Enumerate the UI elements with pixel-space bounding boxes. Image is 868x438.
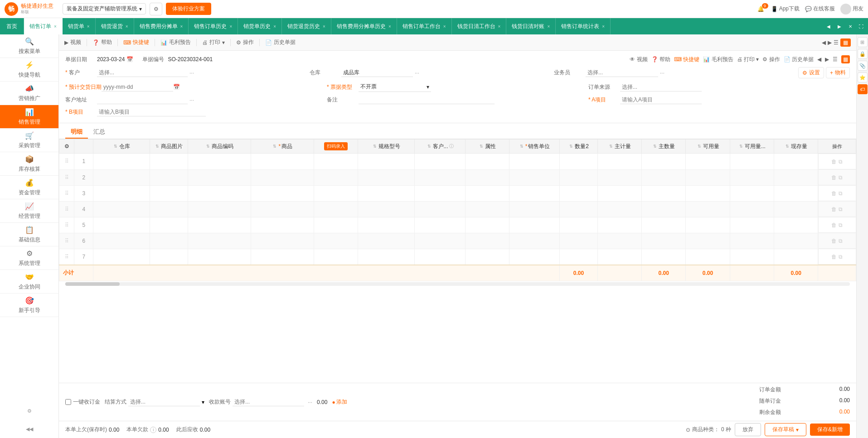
row-unit-3[interactable] [509, 185, 559, 201]
th-qty2[interactable]: ⇅数量2 [560, 140, 597, 154]
payment-dropdown-icon[interactable]: ▾ [202, 399, 204, 405]
row-unit-5[interactable] [509, 217, 559, 233]
row-unit-2[interactable] [509, 169, 559, 185]
history-icon2[interactable]: 📄 历史单据 [784, 56, 814, 63]
row-copy-7[interactable]: ⧉ [839, 254, 843, 260]
profit-icon2[interactable]: 📊 毛利预告 [703, 56, 733, 63]
row-code-3[interactable] [188, 185, 251, 201]
address-input[interactable] [97, 96, 188, 104]
row-drag-2[interactable]: ⠿ [59, 169, 74, 185]
invoice-select[interactable]: 不开票 ▾ [359, 82, 431, 92]
system-selector[interactable]: 装备及固定资产辅助管理系统 ▾ [63, 3, 146, 14]
toolbar-print[interactable]: 🖨 打印 ▾ [202, 39, 225, 46]
sidebar-collapse-btn[interactable]: ◀◀ [0, 420, 58, 438]
row-spec-1[interactable] [358, 154, 415, 170]
th-stock[interactable]: ⇅现存量 [774, 140, 818, 154]
th-main-unit[interactable]: ⇅主计量 [597, 140, 641, 154]
tab-sales-goods-hist[interactable]: 销货单历史 × [238, 18, 282, 34]
calendar-icon[interactable]: 📅 [126, 56, 133, 63]
th-product[interactable]: ⇅*商品 [251, 140, 314, 154]
tab-sales-order-hist[interactable]: 销售订单历史 × [189, 18, 238, 34]
online-service-link[interactable]: 💬 在线客服 [805, 5, 835, 13]
tab-expense-hist[interactable]: 销售费用分摊单历史 × [331, 18, 397, 34]
row-product-4[interactable] [251, 201, 314, 217]
row-unit-4[interactable] [509, 201, 559, 217]
row-customer-code-1[interactable] [415, 154, 465, 170]
tab-sales-return-hist[interactable]: 销货退货历史 × [282, 18, 331, 34]
row-copy-1[interactable]: ⧉ [839, 159, 843, 165]
row-drag-1[interactable]: ⠿ [59, 154, 74, 170]
a-project-input[interactable] [620, 96, 702, 104]
sidebar-item-management[interactable]: 📈 经营管理 [0, 199, 58, 223]
tab-sales-return[interactable]: 销货退货 × [96, 18, 134, 34]
row-code-5[interactable] [188, 217, 251, 233]
sidebar-item-sales[interactable]: 📊 销售管理 [0, 105, 58, 129]
row-spec-6[interactable] [358, 233, 415, 249]
address-dots[interactable]: ··· [189, 97, 194, 103]
row-warehouse-1[interactable] [93, 154, 150, 170]
row-drag-3[interactable]: ⠿ [59, 185, 74, 201]
settings-icon[interactable]: ⚙ [150, 3, 162, 15]
toolbar-profit[interactable]: 📊 毛利预告 [160, 39, 191, 46]
sidebar-item-marketing[interactable]: 📣 营销推广 [0, 82, 58, 105]
tab-sales-expense[interactable]: 销售费用分摊单 × [134, 18, 189, 34]
row-product-2[interactable] [251, 169, 314, 185]
tab-sales-order[interactable]: 销售订单 × [24, 18, 63, 34]
toolbar-help[interactable]: ❓ 帮助 [92, 39, 112, 46]
warehouse-dots[interactable]: ··· [415, 70, 419, 76]
row-delete-1[interactable]: 🗑 [831, 159, 837, 165]
row-code-1[interactable] [188, 154, 251, 170]
row-main-qty-3[interactable] [642, 185, 686, 201]
row-attr-1[interactable] [465, 154, 509, 170]
row-product-3[interactable] [251, 185, 314, 201]
note-input[interactable] [359, 96, 495, 104]
scan-btn[interactable]: 扫码录入 [324, 142, 348, 150]
th-unit[interactable]: ⇅*销售单位 [509, 140, 559, 154]
th-spec[interactable]: ⇅规格型号 [358, 140, 415, 154]
discard-button[interactable]: 放弃 [735, 423, 761, 436]
payment-method-input[interactable] [128, 398, 200, 406]
add-btn[interactable]: ● 添加 [332, 398, 347, 406]
row-drag-6[interactable]: ⠿ [59, 233, 74, 249]
account-dots[interactable]: ··· [308, 399, 312, 405]
row-attr-4[interactable] [465, 201, 509, 217]
tab-summary[interactable]: 汇总 [88, 126, 111, 139]
tab-detail[interactable]: 明细 [65, 126, 88, 139]
row-customer-code-7[interactable] [415, 249, 465, 265]
user-menu[interactable]: 用友 [840, 4, 863, 14]
row-qty2-3[interactable] [560, 185, 597, 201]
row-delete-5[interactable]: 🗑 [831, 222, 837, 228]
sidebar-item-inventory[interactable]: 📦 库存核算 [0, 152, 58, 176]
th-img[interactable]: ⇅商品图片 [150, 140, 188, 154]
customer-input[interactable] [97, 68, 188, 77]
one-click-check[interactable] [65, 399, 71, 405]
view-icon[interactable]: 👁 视频 [630, 56, 647, 63]
form-grid-view[interactable]: ▦ [841, 55, 850, 63]
row-attr-6[interactable] [465, 233, 509, 249]
nav-fullscreen[interactable]: ⛶ [856, 21, 866, 31]
toolbar-nav-prev[interactable]: ◀ [822, 39, 826, 46]
row-product-6[interactable] [251, 233, 314, 249]
print-icon2[interactable]: 🖨 打印 ▾ [737, 56, 759, 63]
row-drag-5[interactable]: ⠿ [59, 217, 74, 233]
row-product-5[interactable] [251, 217, 314, 233]
sidebar-item-purchase[interactable]: 🛒 采购管理 [0, 129, 58, 152]
save-draft-button[interactable]: 保存草稿 ▾ [765, 423, 806, 436]
solution-button[interactable]: 体验行业方案 [166, 3, 211, 15]
tab-order-workbench[interactable]: 销售订单工作台 × [397, 18, 452, 34]
row-customer-code-6[interactable] [415, 233, 465, 249]
row-qty2-6[interactable] [560, 233, 597, 249]
row-main-qty-1[interactable] [642, 154, 686, 170]
row-spec-5[interactable] [358, 217, 415, 233]
row-attr-7[interactable] [465, 249, 509, 265]
drag-settings-icon[interactable]: ⚙ [64, 143, 69, 149]
form-nav-next[interactable]: ▶ [825, 56, 829, 63]
tab-cash-goods-reconcile[interactable]: 钱货日清对账 × [506, 18, 556, 34]
sidebar-item-finance[interactable]: 💰 资金管理 [0, 176, 58, 199]
row-copy-6[interactable]: ⧉ [839, 238, 843, 244]
row-customer-code-5[interactable] [415, 217, 465, 233]
notification-bell[interactable]: 🔔9 [757, 6, 766, 12]
toolbar-history[interactable]: 📄 历史单据 [265, 39, 296, 46]
sidebar-item-collab[interactable]: 🤝 企业协同 [0, 270, 58, 294]
toolbar-list-view[interactable]: ☰ [834, 39, 839, 46]
